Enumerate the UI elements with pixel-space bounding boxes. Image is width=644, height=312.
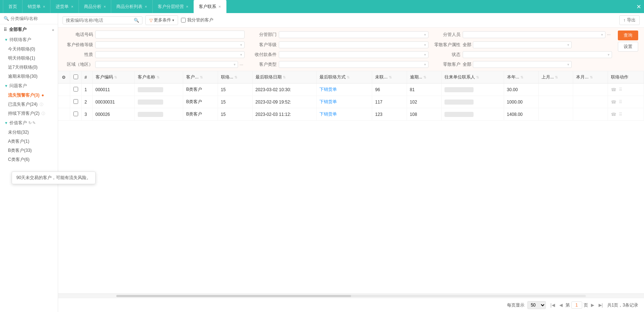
row-checkbox-2[interactable] (73, 112, 78, 116)
current-page[interactable]: 1 (571, 301, 582, 309)
close-analysis-tab[interactable]: × (104, 4, 106, 9)
scrollbar-track[interactable] (116, 295, 586, 297)
close-customer-contact-tab[interactable]: × (218, 4, 221, 9)
th-overdue[interactable]: 逾期... ⇅ (407, 71, 441, 84)
more-icon-0[interactable]: ⠿ (619, 87, 622, 92)
last-page-btn[interactable]: ▶| (597, 302, 604, 308)
sidebar-section-pending[interactable]: ▼ 待联络客户 (0, 35, 58, 45)
th-settings[interactable]: ⚙ (58, 71, 70, 84)
td-checkbox-2[interactable] (70, 108, 81, 121)
sidebar-item-7days[interactable]: 近7天待联络(0) (0, 63, 58, 72)
my-customer-checkbox[interactable] (181, 18, 186, 23)
filter-select-payment[interactable]: ▾ (279, 51, 428, 58)
sidebar-root[interactable]: ⠿ 全部客户 « (0, 24, 58, 35)
scrollbar-thumb[interactable] (116, 295, 351, 297)
close-sales-tab[interactable]: × (43, 4, 45, 9)
settings-btn[interactable]: 设置 (618, 42, 638, 52)
tab-home[interactable]: 首页 (3, 0, 23, 13)
sidebar-item-c-class[interactable]: C类客户(6) (0, 155, 58, 164)
filter-btn[interactable]: ▽ 更多条件 ▾ (145, 15, 178, 25)
sidebar-item-overdue-contact[interactable]: 逾期未联络(30) (0, 72, 58, 81)
export-btn[interactable]: ↑ 导出 (619, 15, 640, 25)
sidebar-search-input[interactable] (11, 16, 54, 21)
td-action-0[interactable]: ☎ ⠿ (608, 84, 644, 96)
td-action-2[interactable]: ☎ ⠿ (608, 108, 644, 121)
th-code[interactable]: 客户编码 ⇅ (92, 71, 135, 84)
filter-select-region[interactable]: ▾ (95, 61, 238, 68)
th-last-way[interactable]: 最后联络方式 ⇅ (316, 71, 372, 84)
chevron-customer-level-icon: ▾ (424, 43, 426, 47)
th-contact[interactable]: 联络... ⇅ (218, 71, 252, 84)
th-not-contacted[interactable]: 未联... ⇅ (372, 71, 407, 84)
filter-select-person[interactable]: ▾ (463, 31, 605, 38)
sidebar-section-problem[interactable]: ▼ 问题客户 (0, 81, 58, 91)
sidebar-item-churn-warn[interactable]: 流失预警客户(3) ● (0, 91, 58, 100)
th-checkbox[interactable] (70, 71, 81, 84)
th-type[interactable]: 客户... ⇅ (183, 71, 218, 84)
sidebar-item-churned[interactable]: 已流失客户(24) ⓘ (0, 100, 58, 109)
first-page-btn[interactable]: |◀ (549, 302, 556, 308)
prev-page-btn[interactable]: ◀ (558, 302, 564, 308)
per-page-select[interactable]: 50 100 (527, 301, 546, 309)
tab-sales[interactable]: 销货单 × (23, 0, 51, 13)
filter-select-dept[interactable]: ▾ (279, 31, 428, 38)
sidebar-item-today[interactable]: 今天待联络(0) (0, 45, 58, 54)
search-icon[interactable]: 🔍 (134, 18, 139, 23)
filter-select-nature[interactable]: ▾ (95, 51, 245, 58)
sort-name-icon: ⇅ (157, 75, 160, 79)
row-checkbox-0[interactable] (73, 87, 78, 92)
th-this-month[interactable]: 本月... ⇅ (573, 71, 608, 84)
close-window-btn[interactable]: ✕ (636, 3, 641, 10)
tab-purchase[interactable]: 进货单 × (51, 0, 79, 13)
sidebar-item-ungrouped[interactable]: 未分组(32) (0, 128, 58, 137)
sidebar-item-declining[interactable]: 持续下滑客户(2) ⓘ (0, 109, 58, 118)
td-way-1[interactable]: 下销货单 (316, 96, 372, 108)
th-last-month[interactable]: 上月... ⇅ (538, 71, 573, 84)
td-way-2[interactable]: 下销货单 (316, 108, 372, 121)
close-analysis-list-tab[interactable]: × (145, 4, 147, 9)
contact-icon-1[interactable]: ☎ (611, 100, 616, 105)
filter-input-phone[interactable] (95, 31, 245, 39)
tab-analysis-list[interactable]: 商品分析列表 × (111, 0, 152, 13)
sidebar-item-a-class[interactable]: A类客户(1) (0, 137, 58, 146)
contact-icon-2[interactable]: ☎ (611, 112, 616, 117)
sidebar-section-value[interactable]: ▼ 价值客户 ↻ ✎ (0, 118, 58, 128)
ellipsis-person[interactable]: ··· (605, 32, 612, 37)
filter-select-price-level[interactable]: ▾ (95, 41, 245, 48)
edit-icon[interactable]: ✎ (32, 121, 36, 125)
filter-select-customer-type[interactable]: ▾ (279, 61, 428, 68)
query-btn[interactable]: 查询 (618, 31, 638, 40)
data-table: ⚙ # 客户编码 ⇅ 客户名称 ⇅ 客户... ⇅ 联络... ⇅ 最后联络日期… (58, 71, 644, 121)
my-customer-checkbox-label[interactable]: 我分管的客户 (181, 17, 213, 23)
refresh-icon[interactable]: ↻ (28, 121, 32, 125)
filter-select-retail-attr[interactable]: ▾ (473, 41, 572, 48)
td-way-0[interactable]: 下销货单 (316, 84, 372, 96)
th-this-year[interactable]: 本年... ⇅ (504, 71, 538, 84)
filter-select-status[interactable]: ▾ (463, 51, 612, 58)
th-name[interactable]: 客户名称 ⇅ (135, 71, 183, 84)
sort-date-icon: ⇅ (283, 75, 286, 79)
sidebar-item-b-class[interactable]: B类客户(33) (0, 146, 58, 155)
ellipsis-region[interactable]: ··· (238, 62, 245, 67)
contact-icon-0[interactable]: ☎ (611, 87, 616, 92)
filter-select-customer-level[interactable]: ▾ (279, 41, 428, 48)
tab-customer-contact[interactable]: 客户联系 × (194, 0, 226, 13)
more-icon-1[interactable]: ⠿ (619, 100, 622, 105)
more-icon-2[interactable]: ⠿ (619, 112, 622, 117)
td-action-1[interactable]: ☎ ⠿ (608, 96, 644, 108)
next-page-btn[interactable]: ▶ (589, 302, 596, 308)
tab-customer-tier[interactable]: 客户分层经营 × (153, 0, 194, 13)
close-customer-tier-tab[interactable]: × (186, 4, 188, 9)
sidebar-item-tomorrow[interactable]: 明天待联络(1) (0, 54, 58, 63)
select-all-checkbox[interactable] (73, 74, 78, 79)
filter-select-retail-customer[interactable]: ▾ (473, 61, 572, 68)
th-unit-contact[interactable]: 往来单位联系人 ⇅ (441, 71, 504, 84)
tab-analysis[interactable]: 商品分析 × (79, 0, 111, 13)
td-checkbox-1[interactable] (70, 96, 81, 108)
row-checkbox-1[interactable] (73, 99, 78, 104)
th-last-date[interactable]: 最后联络日期 ⇅ (252, 71, 316, 84)
search-input[interactable] (66, 18, 132, 23)
scrollbar-area[interactable] (58, 293, 644, 298)
close-purchase-tab[interactable]: × (71, 4, 73, 9)
td-checkbox-0[interactable] (70, 84, 81, 96)
